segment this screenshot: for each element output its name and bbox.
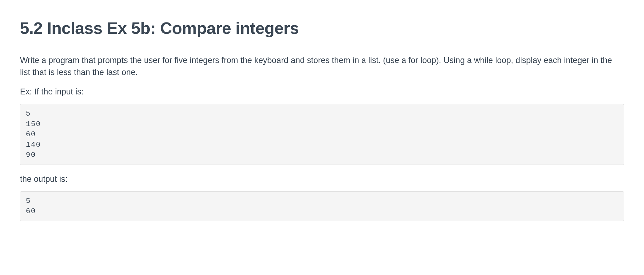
input-example-block: 5 150 60 140 90 (20, 104, 624, 165)
output-example-block: 5 60 (20, 191, 624, 221)
input-label: Ex: If the input is: (20, 86, 624, 98)
output-label: the output is: (20, 173, 624, 185)
problem-description: Write a program that prompts the user fo… (20, 54, 624, 78)
page-title: 5.2 Inclass Ex 5b: Compare integers (20, 18, 624, 38)
